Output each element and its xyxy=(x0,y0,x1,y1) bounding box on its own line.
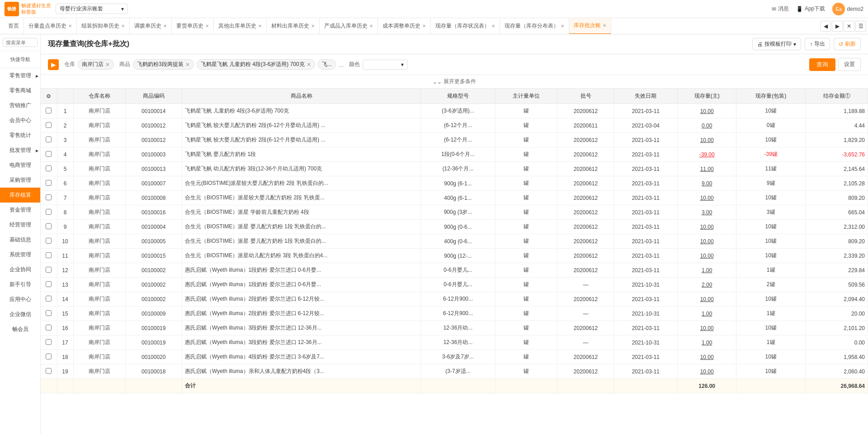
cell-checkbox[interactable] xyxy=(41,249,57,263)
sidebar-quick-nav-item[interactable]: 快捷导航 xyxy=(0,54,40,65)
cell-checkbox[interactable] xyxy=(41,220,57,234)
cell-stock-main[interactable]: 1.00 xyxy=(678,335,736,350)
cell-stock-main[interactable]: 10.00 xyxy=(678,350,736,364)
filter-product-tag1[interactable]: 飞鹤奶粉3段两提装 ✕ xyxy=(133,59,194,70)
product-tag2-close-icon[interactable]: ✕ xyxy=(307,61,311,68)
tab-3-close[interactable]: ✕ xyxy=(163,24,167,28)
tab-2-close[interactable]: ✕ xyxy=(121,24,125,28)
filter-color-dropdown[interactable]: ▾ xyxy=(363,60,408,70)
tab-9-close[interactable]: ✕ xyxy=(491,24,495,28)
sidebar-item-畅会员[interactable]: 畅会员 xyxy=(0,322,40,337)
tab-5-close[interactable]: ✕ xyxy=(258,24,262,28)
filter-product-tag2[interactable]: 飞鹤星飞帆 儿童奶粉 4段(3-6岁适用) 700克 ✕ xyxy=(197,59,315,70)
cell-stock-main[interactable]: 10.00 xyxy=(678,234,736,249)
tab-1[interactable]: 分量盘点单历史 ✕ xyxy=(24,18,77,34)
app-download-btn[interactable]: 📱 App下载 xyxy=(796,5,825,13)
cell-checkbox[interactable] xyxy=(41,350,57,364)
sidebar-item-零售商城[interactable]: 零售商城 xyxy=(0,83,40,98)
cell-stock-main[interactable]: 10.00 xyxy=(678,191,736,205)
tab-menu[interactable]: ☰ xyxy=(855,21,866,32)
sidebar-item-批发管理[interactable]: 批发管理 xyxy=(0,143,40,158)
tab-8-close[interactable]: ✕ xyxy=(422,24,426,28)
search-input[interactable] xyxy=(3,38,38,47)
tab-6-close[interactable]: ✕ xyxy=(311,24,315,28)
cell-checkbox[interactable] xyxy=(41,335,57,350)
tab-scroll-right[interactable]: ▶ xyxy=(832,21,843,32)
cell-checkbox[interactable] xyxy=(41,104,57,118)
warehouse-tag-close-icon[interactable]: ✕ xyxy=(105,61,110,68)
tab-9[interactable]: 现存量（库存状况表） ✕ xyxy=(431,18,500,34)
sidebar-item-会员中心[interactable]: 会员中心 xyxy=(0,113,40,128)
tab-5[interactable]: 其他出库单历史 ✕ xyxy=(214,18,267,34)
account-selector[interactable]: 母婴行业演示账套 ▾ xyxy=(56,4,128,14)
cell-checkbox[interactable] xyxy=(41,263,57,278)
cell-checkbox[interactable] xyxy=(41,205,57,220)
cell-checkbox[interactable] xyxy=(41,176,57,191)
cell-checkbox[interactable] xyxy=(41,278,57,292)
cell-checkbox[interactable] xyxy=(41,147,57,162)
expand-more-btn[interactable]: ⌄⌄ 展开更多条件 xyxy=(433,78,476,85)
sidebar-item-应用中心[interactable]: 应用中心 xyxy=(0,292,40,307)
cell-stock-main[interactable]: 10.00 xyxy=(678,220,736,234)
sidebar-item-基础信息[interactable]: 基础信息 xyxy=(0,232,40,247)
template-print-btn[interactable]: 🖨 按模板打印 ▾ xyxy=(752,38,801,50)
export-btn[interactable]: ↑ 导出 xyxy=(805,38,830,50)
cell-stock-main[interactable]: 10.00 xyxy=(678,321,736,335)
setting-btn[interactable]: 设置 xyxy=(838,58,861,71)
sidebar-item-企业协同[interactable]: 企业协同 xyxy=(0,262,40,277)
tab-10[interactable]: 现存量（库存分布表） ✕ xyxy=(500,18,569,34)
query-btn[interactable]: 查询 xyxy=(809,58,835,71)
cell-checkbox[interactable] xyxy=(41,162,57,176)
tab-1-close[interactable]: ✕ xyxy=(68,24,72,28)
cell-checkbox[interactable] xyxy=(41,292,57,307)
cell-stock-main[interactable]: 1.00 xyxy=(678,307,736,321)
sidebar-item-电商管理[interactable]: 电商管理 xyxy=(0,158,40,173)
cell-stock-main[interactable]: 10.00 xyxy=(678,292,736,307)
tab-4-close[interactable]: ✕ xyxy=(205,24,209,28)
tab-11-close[interactable]: ✕ xyxy=(603,23,606,28)
product-tag1-close-icon[interactable]: ✕ xyxy=(185,61,190,68)
sidebar-item-新手引导[interactable]: 新手引导 xyxy=(0,277,40,292)
filter-product-more[interactable]: ... xyxy=(339,61,344,68)
sidebar-item-系统管理[interactable]: 系统管理 xyxy=(0,247,40,262)
sidebar-item-零售管理[interactable]: 零售管理 xyxy=(0,68,40,83)
tab-scroll-left[interactable]: ◀ xyxy=(820,21,831,32)
cell-checkbox[interactable] xyxy=(41,307,57,321)
cell-checkbox[interactable] xyxy=(41,364,57,379)
tab-10-close[interactable]: ✕ xyxy=(561,24,564,28)
tab-6[interactable]: 材料出库单历史 ✕ xyxy=(267,18,320,34)
tab-close-all[interactable]: ✕ xyxy=(844,21,854,32)
sidebar-item-企业微信[interactable]: 企业微信 xyxy=(0,307,40,322)
sidebar-item-采购管理[interactable]: 采购管理 xyxy=(0,173,40,188)
cell-checkbox[interactable] xyxy=(41,133,57,147)
user-avatar[interactable]: Ea demo2 xyxy=(832,3,863,15)
tab-7[interactable]: 产成品入库单历史 ✕ xyxy=(320,18,378,34)
sidebar-item-经营管理[interactable]: 经营管理 xyxy=(0,217,40,232)
cell-stock-main[interactable]: 10.00 xyxy=(678,104,736,118)
cell-stock-main[interactable]: 9.00 xyxy=(678,176,736,191)
tab-home[interactable]: 首页 xyxy=(4,18,24,34)
sidebar-item-库存核算[interactable]: 库存核算 xyxy=(0,188,40,203)
filter-product-tag3[interactable]: 飞... xyxy=(318,59,336,70)
refresh-btn[interactable]: ↺ 刷新 xyxy=(834,38,861,50)
cell-stock-main[interactable]: 0.00 xyxy=(678,118,736,133)
cell-stock-main[interactable]: 11.00 xyxy=(678,162,736,176)
message-btn[interactable]: ✉ 消息 xyxy=(772,5,789,13)
tab-2[interactable]: 组装拆卸单历史 ✕ xyxy=(77,18,130,34)
sidebar-item-资金管理[interactable]: 资金管理 xyxy=(0,203,40,217)
tab-7-close[interactable]: ✕ xyxy=(369,24,373,28)
filter-expand-btn[interactable]: ▶ xyxy=(48,59,59,70)
cell-stock-main[interactable]: -39.00 xyxy=(678,147,736,162)
tab-11[interactable]: 库存批次账 ✕ xyxy=(569,18,611,34)
cell-stock-main[interactable]: 1.00 xyxy=(678,263,736,278)
tab-8[interactable]: 成本调整单历史 ✕ xyxy=(378,18,431,34)
cell-checkbox[interactable] xyxy=(41,118,57,133)
cell-checkbox[interactable] xyxy=(41,321,57,335)
col-settings[interactable]: ⚙ xyxy=(41,89,57,104)
cell-checkbox[interactable] xyxy=(41,191,57,205)
cell-stock-main[interactable]: 10.00 xyxy=(678,249,736,263)
sidebar-item-零售统计[interactable]: 零售统计 xyxy=(0,128,40,143)
tab-4[interactable]: 要货单历史 ✕ xyxy=(172,18,214,34)
cell-stock-main[interactable]: 2.00 xyxy=(678,278,736,292)
filter-warehouse-tag[interactable]: 南岸门店 ✕ xyxy=(78,59,114,70)
